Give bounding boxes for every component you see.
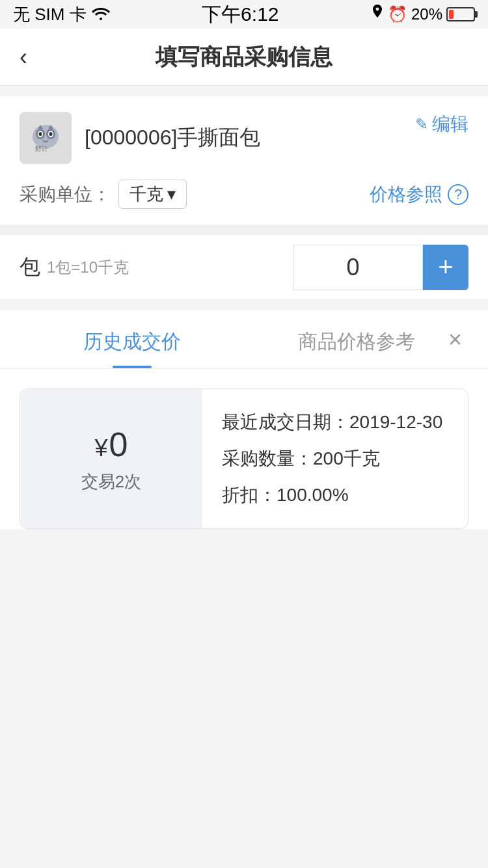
wifi-icon [92,5,110,25]
status-carrier: 无 SIM 卡 [13,3,110,26]
status-time: 下午6:12 [202,1,278,28]
edit-icon: ✎ [415,115,428,133]
quantity-label: 包 1包=10千克 [20,253,129,282]
page-title: 填写商品采购信息 [156,42,332,72]
dropdown-arrow-icon: ▾ [167,184,176,204]
product-footer: 采购单位： 千克 ▾ 价格参照 ? [20,180,468,209]
price-amount: ¥ 0 [95,425,128,464]
status-icons: ⏰ 20% [371,5,475,24]
product-name: [0000006]手撕面包 [85,124,260,152]
quantity-row: 包 1包=10千克 0 + [0,235,488,300]
quantity-input[interactable]: 0 [293,245,423,290]
price-card: ¥ 0 交易2次 最近成交日期：2019-12-30 采购数量：200千克 折扣… [20,388,468,529]
tab-history-price[interactable]: 历史成交价 [20,310,244,368]
section-divider [0,224,488,235]
product-header: 野计 [0000006]手撕面包 ✎ 编辑 [20,112,468,164]
unit-hint: 1包=10千克 [47,257,129,278]
nav-bar: ‹ 填写商品采购信息 [0,29,488,86]
product-card: 野计 [0000006]手撕面包 ✎ 编辑 采购单位： 千克 ▾ 价格参照 ? [0,96,488,224]
battery-icon [446,7,475,21]
bottom-area [0,549,488,868]
info-icon: ? [448,184,468,205]
plus-button[interactable]: + [423,245,468,290]
tab-close-button[interactable]: × [442,319,468,360]
purchase-unit: 采购单位： 千克 ▾ [20,180,187,209]
price-ref-button[interactable]: 价格参照 ? [370,182,468,207]
recent-date-row: 最近成交日期：2019-12-30 [222,409,448,436]
back-button[interactable]: ‹ [13,37,34,77]
price-count: 交易2次 [81,470,141,493]
purchase-qty-row: 采购数量：200千克 [222,445,448,472]
discount-row: 折扣：100.00% [222,481,448,509]
svg-text:野计: 野计 [35,145,48,152]
price-card-left: ¥ 0 交易2次 [20,389,202,528]
svg-point-5 [39,132,42,136]
svg-point-6 [49,132,53,136]
product-left: 野计 [0000006]手撕面包 [20,112,260,164]
product-thumbnail: 野计 [20,112,72,164]
tab-header: 历史成交价 商品价格参考 × [0,310,488,369]
unit-tag: 包 [20,253,40,282]
quantity-control: 0 + [293,245,468,290]
tab-product-price-ref[interactable]: 商品价格参考 [244,310,468,368]
alarm-icon: ⏰ [388,5,407,23]
location-icon [371,5,384,24]
tab-section: 历史成交价 商品价格参考 × ¥ 0 交易2次 最近成交日期：2019-12-3… [0,310,488,529]
price-card-right: 最近成交日期：2019-12-30 采购数量：200千克 折扣：100.00% [202,389,468,528]
owl-icon: 野计 [26,116,65,161]
edit-button[interactable]: ✎ 编辑 [415,112,468,137]
unit-dropdown[interactable]: 千克 ▾ [118,180,187,209]
battery-percent: 20% [411,5,442,23]
status-bar: 无 SIM 卡 下午6:12 ⏰ 20% [0,0,488,29]
